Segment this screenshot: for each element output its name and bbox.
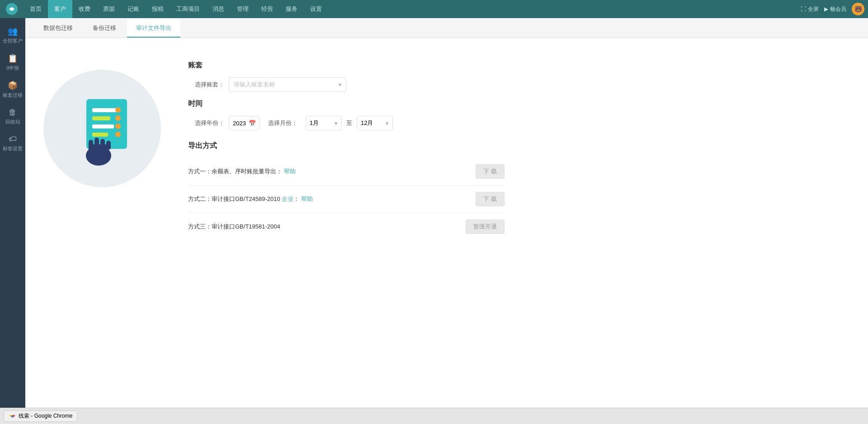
all-customers-icon: 👥 — [8, 26, 18, 36]
month-end-select[interactable]: 12月 ▾ — [357, 116, 393, 130]
sidebar-item-recycle-bin[interactable]: 🗑 回收站 — [0, 103, 25, 130]
method-2-download-button[interactable]: 下 载 — [476, 192, 505, 206]
user-avatar[interactable]: 🐻 — [852, 3, 864, 15]
vip-icon: ▶ — [824, 6, 828, 12]
account-label: 选择账套： — [188, 81, 224, 89]
month-start-value: 1月 — [310, 119, 319, 127]
to-text: 至 — [346, 119, 352, 127]
method-1-download-button[interactable]: 下 载 — [476, 164, 505, 179]
nav-tax[interactable]: 报税 — [146, 0, 170, 18]
method-1-help-link[interactable]: 帮助 — [284, 168, 296, 175]
month-label: 选择月份： — [268, 119, 297, 127]
account-form-row: 选择账套： 请输入账套名称 ▾ — [188, 77, 505, 92]
svg-rect-14 — [94, 138, 99, 150]
nav-right: ⛶ 全屏 ▶ 畅会员 🐻 — [801, 3, 864, 15]
sidebar-label-all-customers: 全部客户 — [3, 38, 23, 44]
tab-data-migration[interactable]: 数据包迁移 — [34, 19, 82, 38]
method-3-text: 方式三：审计接口GB/T19581-2004 — [188, 223, 280, 230]
method-2-help-link[interactable]: 帮助 — [301, 195, 313, 202]
audit-illustration — [66, 86, 138, 172]
sidebar-label-account-migration: 账套迁移 — [3, 92, 23, 99]
vip-label: 畅会员 — [830, 5, 846, 13]
nav-home[interactable]: 首页 — [24, 0, 48, 18]
month-end-value: 12月 — [361, 119, 373, 127]
tabs-bar: 数据包迁移 备份迁移 审计文件导出 — [25, 18, 868, 38]
sidebar-item-account-migration[interactable]: 📦 账套迁移 — [0, 76, 25, 103]
svg-point-1 — [10, 8, 13, 10]
app-logo[interactable] — [4, 1, 20, 17]
time-form-row: 选择年份： 2023 📅 选择月份： 1月 ▾ 至 12月 — [188, 116, 505, 130]
svg-rect-3 — [92, 108, 117, 112]
nav-operation[interactable]: 经营 — [255, 0, 279, 18]
illustration-area — [43, 52, 161, 394]
vip-button[interactable]: ▶ 畅会员 — [824, 5, 846, 13]
method-2-text: 方式二：审计接口GB/T24589-2010 — [188, 195, 280, 202]
method-3-temp-open-button[interactable]: 暂缓开通 — [466, 219, 505, 234]
year-input[interactable]: 2023 📅 — [229, 116, 260, 130]
month-end-chevron-icon: ▾ — [386, 120, 389, 127]
account-chevron-icon: ▾ — [339, 81, 341, 88]
nav-business[interactable]: 工商项目 — [170, 0, 206, 18]
year-value: 2023 — [233, 120, 246, 127]
nav-accounting[interactable]: 记账 — [121, 0, 146, 18]
month-start-chevron-icon: ▾ — [335, 120, 338, 127]
method-2-label: 方式二：审计接口GB/T24589-2010 企业： 帮助 — [188, 195, 313, 203]
nav-service[interactable]: 服务 — [279, 0, 304, 18]
page-content: 账套 选择账套： 请输入账套名称 ▾ 时间 选择年份： 2023 📅 — [25, 38, 868, 408]
sidebar: 👥 全部客户 📋 0申报 📦 账套迁移 🗑 回收站 🏷 标签设置 — [0, 18, 25, 408]
nav-customers[interactable]: 客户 — [48, 0, 72, 18]
time-section-title: 时间 — [188, 99, 505, 109]
svg-rect-16 — [106, 141, 111, 150]
method-3-label: 方式三：审计接口GB/T19581-2004 — [188, 223, 280, 231]
zero-declaration-icon: 📋 — [8, 53, 18, 63]
export-method-1: 方式一：余额表、序时账批量导出： 帮助 下 载 — [188, 158, 505, 186]
sidebar-item-zero-declaration[interactable]: 📋 0申报 — [0, 49, 25, 76]
method-1-text: 方式一：余额表、序时账批量导出： — [188, 168, 282, 175]
svg-rect-13 — [89, 140, 93, 150]
svg-point-8 — [115, 115, 121, 121]
taskbar-chrome-item[interactable]: 线索 - Google Chrome — [4, 410, 77, 422]
svg-rect-5 — [92, 124, 114, 129]
svg-rect-4 — [92, 116, 110, 120]
taskbar: 线索 - Google Chrome — [0, 408, 868, 424]
sidebar-label-recycle-bin: 回收站 — [5, 119, 20, 125]
svg-point-9 — [115, 124, 121, 129]
account-migration-icon: 📦 — [8, 81, 18, 91]
method-1-label: 方式一：余额表、序时账批量导出： 帮助 — [188, 167, 296, 176]
nav-items: 首页 客户 收费 票据 记账 报税 工商项目 消息 管理 经营 服务 设置 — [24, 0, 801, 18]
account-select[interactable]: 请输入账套名称 ▾ — [229, 77, 346, 92]
tab-audit-export[interactable]: 审计文件导出 — [127, 19, 180, 38]
time-row: 2023 📅 选择月份： 1月 ▾ 至 12月 ▾ — [229, 116, 393, 130]
nav-billing[interactable]: 收费 — [72, 0, 97, 18]
account-placeholder: 请输入账套名称 — [234, 81, 275, 89]
recycle-bin-icon: 🗑 — [9, 108, 17, 117]
sidebar-item-tag-settings[interactable]: 🏷 标签设置 — [0, 130, 25, 157]
nav-messages[interactable]: 消息 — [206, 0, 231, 18]
export-method-2: 方式二：审计接口GB/T24589-2010 企业： 帮助 下 载 — [188, 186, 505, 213]
nav-invoices[interactable]: 票据 — [97, 0, 121, 18]
sidebar-label-zero-declaration: 0申报 — [6, 65, 19, 71]
main-layout: 👥 全部客户 📋 0申报 📦 账套迁移 🗑 回收站 🏷 标签设置 数据包迁移 备… — [0, 18, 868, 408]
nav-manage[interactable]: 管理 — [231, 0, 255, 18]
sidebar-label-tag-settings: 标签设置 — [3, 145, 23, 152]
fullscreen-button[interactable]: ⛶ 全屏 — [801, 5, 819, 13]
taskbar-chrome-label: 线索 - Google Chrome — [19, 412, 72, 420]
year-label: 选择年份： — [188, 119, 224, 127]
svg-point-10 — [115, 132, 121, 137]
export-method-3: 方式三：审计接口GB/T19581-2004 暂缓开通 — [188, 213, 505, 240]
tag-settings-icon: 🏷 — [9, 134, 17, 144]
month-start-select[interactable]: 1月 ▾ — [306, 116, 342, 130]
svg-rect-15 — [100, 139, 105, 150]
export-section-title: 导出方式 — [188, 141, 505, 151]
svg-rect-6 — [92, 133, 108, 137]
top-navigation: 首页 客户 收费 票据 记账 报税 工商项目 消息 管理 经营 服务 设置 ⛶ … — [0, 0, 868, 18]
method-2-company-text: 企业 — [282, 195, 293, 202]
tab-backup-migration[interactable]: 备份迁移 — [84, 19, 125, 38]
nav-settings[interactable]: 设置 — [304, 0, 328, 18]
svg-point-7 — [115, 107, 121, 113]
content-area: 数据包迁移 备份迁移 审计文件导出 — [25, 18, 868, 408]
illustration-circle — [43, 70, 161, 187]
sidebar-item-all-customers[interactable]: 👥 全部客户 — [0, 22, 25, 49]
calendar-icon: 📅 — [249, 120, 256, 127]
account-section-title: 账套 — [188, 61, 505, 70]
